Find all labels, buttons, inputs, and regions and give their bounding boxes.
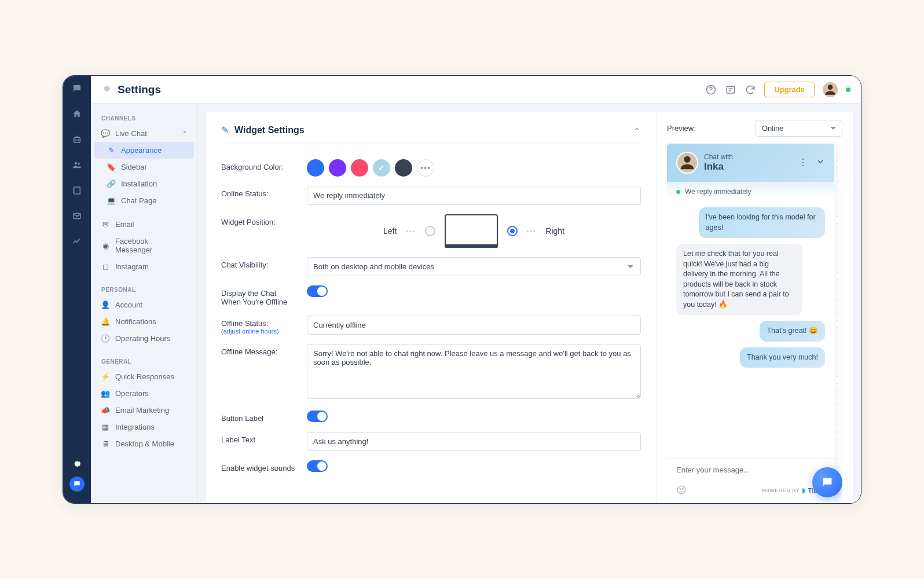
- more-colors-button[interactable]: •••: [417, 159, 434, 177]
- user-avatar[interactable]: [823, 82, 838, 97]
- sidebar-item-integrations[interactable]: ▦ Integrations: [91, 419, 197, 435]
- sidebar-item-chat-page[interactable]: 💻 Chat Page: [91, 192, 197, 209]
- sidebar-item-account[interactable]: 👤 Account: [91, 296, 197, 313]
- sidebar-item-desktop-mobile[interactable]: 🖥 Desktop & Mobile: [91, 435, 197, 452]
- news-icon[interactable]: [725, 84, 736, 96]
- envelope-icon: ✉: [101, 221, 109, 229]
- color-swatch-pink[interactable]: [351, 159, 368, 177]
- people-icon: 👥: [101, 390, 109, 398]
- help-icon[interactable]: [705, 84, 717, 96]
- color-swatch-lightblue[interactable]: [373, 159, 390, 177]
- online-status-input[interactable]: [307, 186, 641, 205]
- label-label-text: Label Text: [221, 432, 295, 444]
- position-right-radio[interactable]: [507, 226, 518, 236]
- dots-decoration: •••: [406, 228, 416, 234]
- bookmark-icon: 🔖: [107, 163, 115, 171]
- megaphone-icon: 📣: [101, 406, 109, 415]
- label-text-input[interactable]: [307, 432, 641, 451]
- svg-rect-5: [74, 187, 80, 194]
- preview-mode-select[interactable]: Online: [756, 120, 842, 137]
- color-swatch-purple[interactable]: [329, 159, 346, 177]
- svg-point-2: [78, 140, 79, 141]
- sidebar-item-instagram[interactable]: ◻ Instagram: [91, 258, 197, 275]
- chat-with-label: Chat with: [704, 153, 793, 161]
- analytics-icon[interactable]: [71, 236, 83, 247]
- chat-visibility-select[interactable]: Both on desktop and mobile devices: [307, 257, 641, 276]
- home-icon[interactable]: [71, 108, 83, 120]
- refresh-icon[interactable]: [745, 84, 756, 96]
- agent-avatar: [676, 152, 698, 174]
- settings-sidebar: CHANNELS 💬 Live Chat ⌃ ✎ Appearance 🔖 Si…: [91, 104, 198, 503]
- bot-icon[interactable]: [71, 134, 83, 145]
- contacts-icon[interactable]: [71, 159, 83, 171]
- label-display-offline: Display the Chat When You're Offline: [221, 285, 295, 306]
- sidebar-item-sidebar[interactable]: 🔖 Sidebar: [91, 159, 197, 175]
- sidebar-item-label: Live Chat: [115, 129, 147, 138]
- sidebar-item-label: Email: [115, 220, 134, 229]
- gear-icon[interactable]: [71, 458, 83, 470]
- sidebar-item-email-marketing[interactable]: 📣 Email Marketing: [91, 402, 197, 419]
- status-text: We reply immediately: [685, 188, 751, 196]
- mail-icon[interactable]: [71, 210, 83, 222]
- widget-launcher-icon[interactable]: [69, 477, 85, 492]
- clock-icon: 🕐: [101, 335, 109, 343]
- sidebar-item-facebook[interactable]: ◉ Facebook Messenger: [91, 233, 197, 258]
- color-swatch-blue[interactable]: [307, 159, 324, 177]
- offline-message-textarea[interactable]: [307, 344, 641, 399]
- user-icon: 👤: [101, 301, 109, 309]
- sidebar-item-quick-responses[interactable]: ⚡ Quick Responses: [91, 368, 197, 385]
- emoji-icon[interactable]: [676, 485, 687, 496]
- svg-point-11: [683, 489, 684, 490]
- color-swatch-dark[interactable]: [395, 159, 412, 177]
- sidebar-item-label: Email Marketing: [115, 406, 169, 415]
- position-right-label: Right: [545, 226, 564, 236]
- chat-message-input[interactable]: [676, 466, 825, 474]
- messenger-icon: ◉: [101, 241, 109, 250]
- chevron-down-icon[interactable]: [816, 157, 825, 168]
- sidebar-item-email[interactable]: ✉ Email: [91, 216, 197, 233]
- label-online-status: Online Status:: [221, 186, 295, 198]
- section-channels: CHANNELS: [91, 112, 197, 125]
- position-left-radio[interactable]: [425, 226, 435, 236]
- sidebar-item-operators[interactable]: 👥 Operators: [91, 385, 197, 402]
- address-book-icon[interactable]: [71, 185, 83, 196]
- laptop-icon: 💻: [107, 197, 115, 205]
- sidebar-item-installation[interactable]: 🔗 Installation: [91, 175, 197, 192]
- svg-point-10: [680, 489, 681, 490]
- adjust-hours-link[interactable]: (adjust online hours): [221, 328, 295, 335]
- chat-bubble-icon[interactable]: [71, 83, 83, 94]
- status-dot-icon: [676, 190, 680, 194]
- chat-launcher-button[interactable]: [812, 467, 842, 497]
- brush-icon: ✎: [107, 146, 115, 155]
- online-status-dot: [846, 87, 850, 92]
- collapse-button[interactable]: [633, 125, 641, 135]
- app-frame: Settings Upgrade CHANNELS 💬 Live Chat ⌃: [63, 75, 861, 504]
- label-enable-sounds: Enable widget sounds: [221, 460, 295, 472]
- header-gear-icon: [101, 83, 112, 96]
- sidebar-item-live-chat[interactable]: 💬 Live Chat ⌃: [91, 125, 197, 142]
- button-label-toggle[interactable]: [307, 411, 328, 422]
- label-widget-position: Widget Position:: [221, 214, 295, 226]
- more-icon[interactable]: ⋮: [798, 157, 808, 168]
- top-header: Settings Upgrade: [91, 76, 861, 104]
- enable-sounds-toggle[interactable]: [307, 460, 328, 472]
- sidebar-item-notifications[interactable]: 🔔 Notifications: [91, 313, 197, 330]
- sidebar-item-label: Chat Page: [121, 196, 156, 205]
- offline-status-input[interactable]: [307, 316, 641, 335]
- upgrade-button[interactable]: Upgrade: [764, 82, 815, 97]
- sidebar-item-label: Sidebar: [121, 163, 147, 171]
- nav-rail: [63, 76, 91, 503]
- chat-message-user: That's great! 😄: [760, 321, 825, 342]
- bell-icon: 🔔: [101, 318, 109, 326]
- display-offline-toggle[interactable]: [307, 285, 328, 297]
- sidebar-item-appearance[interactable]: ✎ Appearance: [94, 142, 194, 159]
- chat-messages: I've been looking for this model for age…: [667, 201, 834, 458]
- label-offline-status: Offline Status: (adjust online hours): [221, 316, 295, 335]
- label-chat-visibility: Chat Visibility:: [221, 257, 295, 269]
- chat-header: Chat with Inka ⋮: [667, 144, 834, 182]
- sidebar-item-operating-hours[interactable]: 🕐 Operating Hours: [91, 330, 197, 347]
- link-icon: 🔗: [107, 180, 115, 188]
- sidebar-item-label: Appearance: [121, 146, 162, 155]
- sidebar-item-label: Installation: [121, 179, 157, 188]
- preview-label: Preview:: [667, 124, 696, 133]
